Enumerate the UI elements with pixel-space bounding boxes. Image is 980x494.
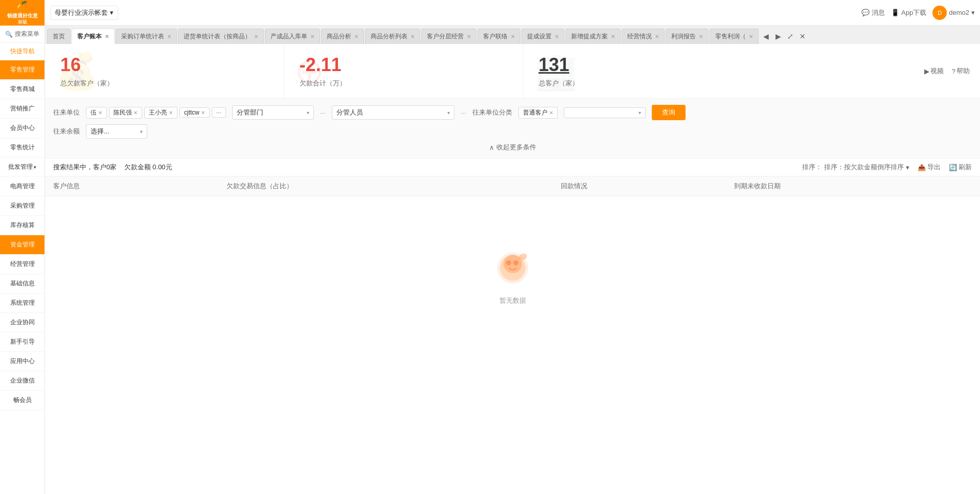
tab-close-icon[interactable]: ✕ <box>254 34 258 39</box>
video-link[interactable]: ▶ 视频 <box>924 66 944 76</box>
filter-tag-wu: 伍 ✕ <box>86 107 107 119</box>
sidebar-item-capital[interactable]: 资金管理 <box>0 235 44 255</box>
tab-customer-layering[interactable]: 客户分层经营 ✕ <box>421 29 476 44</box>
sidebar-item-retail-mgmt[interactable]: 零售管理 <box>0 60 44 80</box>
tab-close-icon[interactable]: ✕ <box>655 34 659 39</box>
sidebar-item-inventory[interactable]: 库存核算 <box>0 216 44 235</box>
sidebar-item-label: 应用中心 <box>3 357 41 366</box>
message-icon: 💬 <box>861 9 870 16</box>
tab-label: 提成设置 <box>527 32 552 41</box>
user-menu[interactable]: D demo2 ▾ <box>932 6 975 20</box>
help-link[interactable]: ? 帮助 <box>952 66 970 76</box>
person-more-btn[interactable]: ··· <box>461 109 466 117</box>
filter-row-1: 往来单位 伍 ✕ 陈民强 ✕ 王小亮 ✕ <box>53 105 972 120</box>
filter-tag-cjttcw: cjttcw ✕ <box>179 107 210 118</box>
tab-scroll-right[interactable]: ▶ <box>772 29 784 44</box>
tab-minimize[interactable]: ✕ <box>796 29 809 44</box>
tab-close-icon[interactable]: ✕ <box>411 34 415 39</box>
sidebar-item-label: 企业协同 <box>3 318 41 327</box>
search-icon: 🔍 <box>5 31 13 38</box>
tab-label: 经营情况 <box>627 32 652 41</box>
sidebar-item-purchase[interactable]: 采购管理 <box>0 196 44 216</box>
tab-close-icon[interactable]: ✕ <box>699 34 703 39</box>
empty-icon <box>487 237 538 290</box>
tab-label: 首页 <box>53 32 65 41</box>
app-download-button[interactable]: 📱 App下载 <box>891 8 926 17</box>
collapse-button[interactable]: ∧ 收起更多条件 <box>53 143 972 152</box>
person-filter[interactable]: 分管人员 ▾ <box>332 105 454 120</box>
tag-remove-icon[interactable]: ✕ <box>549 110 553 116</box>
tenant-selector[interactable]: 母婴行业演示帐套 ▾ <box>50 6 118 20</box>
sidebar-item-label: 电商管理 <box>3 182 41 191</box>
tab-close-icon[interactable]: ✕ <box>611 34 615 39</box>
tab-product-analysis[interactable]: 商品分析 ✕ <box>321 29 364 44</box>
sidebar-item-member-center[interactable]: 会员中心 <box>0 119 44 138</box>
tag-remove-icon[interactable]: ✕ <box>133 110 138 116</box>
message-button[interactable]: 💬 消息 <box>861 8 885 17</box>
tab-scroll-left[interactable]: ◀ <box>760 29 772 44</box>
message-label: 消息 <box>872 8 885 17</box>
tab-product-analysis-list[interactable]: 商品分析列表 ✕ <box>365 29 420 44</box>
sidebar-item-new-guide[interactable]: 新手引导 <box>0 332 44 352</box>
tab-close-icon[interactable]: ✕ <box>467 34 471 39</box>
search-menu[interactable]: 🔍 搜索菜单 <box>0 26 44 43</box>
tab-close-icon[interactable]: ✕ <box>555 34 559 39</box>
tab-retail-profit[interactable]: 零售利润（ ✕ <box>710 29 759 44</box>
tab-close-icon[interactable]: ✕ <box>310 34 314 39</box>
tab-label: 客户账本 <box>77 32 102 41</box>
sort-button[interactable]: 排序： 排序：按欠款金额倒序排序 ▾ <box>802 163 909 172</box>
sidebar-item-basic-info[interactable]: 基础信息 <box>0 274 44 294</box>
sidebar-item-app-center[interactable]: 应用中心 <box>0 352 44 371</box>
tab-close-icon[interactable]: ✕ <box>511 34 515 39</box>
tab-inventory-stats[interactable]: 进货单统计表（按商品） ✕ <box>178 29 264 44</box>
sidebar-item-enterprise-coop[interactable]: 企业协同 <box>0 313 44 332</box>
sidebar-item-system[interactable]: 系统管理 <box>0 294 44 313</box>
tag-text: cjttcw <box>184 109 199 116</box>
tab-profit-report[interactable]: 利润报告 ✕ <box>666 29 709 44</box>
sidebar-item-label: 畅会员 <box>3 396 41 405</box>
tab-raise-settings[interactable]: 提成设置 ✕ <box>521 29 564 44</box>
sidebar-item-label: 系统管理 <box>3 299 41 307</box>
sidebar-item-enterprise-wechat[interactable]: 企业微信 <box>0 371 44 391</box>
sidebar-item-operations[interactable]: 经营管理 <box>0 255 44 274</box>
balance-filter[interactable]: 选择... ▾ <box>86 124 147 139</box>
unit-class-filter-label: 往来单位分类 <box>472 108 512 117</box>
sidebar-item-retail-stats[interactable]: 零售统计 <box>0 138 44 158</box>
refresh-button[interactable]: 🔄 刷新 <box>949 163 972 172</box>
query-button[interactable]: 查询 <box>652 105 686 120</box>
tab-close-icon[interactable]: ✕ <box>749 34 753 39</box>
sidebar-item-marketing[interactable]: 营销推广 <box>0 99 44 119</box>
tag-remove-icon[interactable]: ✕ <box>169 110 173 116</box>
tab-label: 新增提成方案 <box>571 32 608 41</box>
tag-remove-icon[interactable]: ✕ <box>201 110 205 116</box>
fast-nav[interactable]: 快捷导航 <box>0 43 44 60</box>
dept-filter[interactable]: 分管部门 ▾ <box>232 105 314 120</box>
tag-remove-icon[interactable]: ✕ <box>98 110 102 116</box>
tab-purchase-stats[interactable]: 采购订单统计表 ✕ <box>116 29 177 44</box>
filter-tag-more[interactable]: ··· <box>212 107 226 118</box>
sidebar-item-wholesale[interactable]: 批发管理 ▾ <box>0 158 44 177</box>
sidebar-item-ecommerce[interactable]: 电商管理 <box>0 177 44 196</box>
sidebar-item-vip-member[interactable]: 畅会员 <box>0 391 44 410</box>
tab-ar[interactable]: 客户账本 ✕ <box>72 29 115 44</box>
export-button[interactable]: 📤 导出 <box>918 163 941 172</box>
sidebar-item-retail-mall[interactable]: 零售商城 <box>0 80 44 99</box>
tab-customer-contact[interactable]: 客户联络 ✕ <box>477 29 520 44</box>
tab-close-icon[interactable]: ✕ <box>105 34 109 39</box>
tab-close-icon[interactable]: ✕ <box>354 34 358 39</box>
tab-production-in[interactable]: 产成品入库单 ✕ <box>265 29 320 44</box>
sidebar-item-label: 采购管理 <box>3 201 41 210</box>
tab-close-icon[interactable]: ✕ <box>167 34 171 39</box>
tab-operations[interactable]: 经营情况 ✕ <box>622 29 665 44</box>
chevron-down-icon: ▾ <box>639 110 641 116</box>
tab-home[interactable]: 首页 <box>47 29 71 44</box>
sidebar-item-label: 资金管理 <box>3 240 41 249</box>
page-area: 💰 16 总欠款客户（家） ⊕ -2.11 欠款合计（万） 🏢 131 总客户（… <box>45 44 980 494</box>
tab-maximize[interactable]: ⤢ <box>784 29 796 44</box>
help-label: 帮助 <box>956 66 970 76</box>
dept-more-btn[interactable]: ··· <box>320 109 326 117</box>
tab-new-raise-plan[interactable]: 新增提成方案 ✕ <box>565 29 621 44</box>
unit-class-dropdown[interactable]: ▾ <box>564 107 646 118</box>
username: demo2 <box>949 9 969 16</box>
dept-filter-label: 分管部门 <box>237 108 263 117</box>
